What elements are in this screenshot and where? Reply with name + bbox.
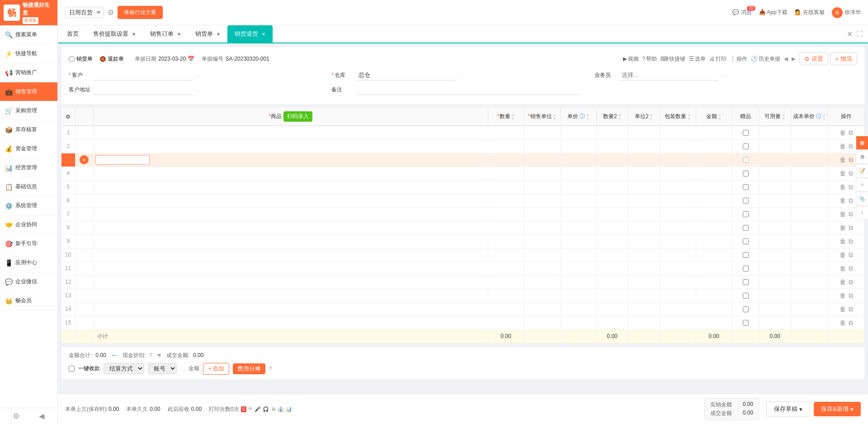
- delete-icon[interactable]: 🗑: [840, 238, 846, 245]
- row-product-cell[interactable]: [93, 167, 488, 180]
- print-action[interactable]: 🖨 打印: [709, 55, 726, 63]
- row-available-cell[interactable]: [759, 275, 791, 289]
- row-product-cell[interactable]: [93, 234, 488, 248]
- row-unit-price-cell[interactable]: [560, 180, 596, 194]
- operations-action[interactable]: ⋮ 操作: [730, 55, 747, 63]
- feiyong-btn[interactable]: 费用分摊: [233, 363, 265, 374]
- chevron-down-icon[interactable]: ▾: [799, 406, 802, 413]
- row-qty2-cell[interactable]: [596, 289, 628, 302]
- row-qty2-cell[interactable]: [596, 248, 628, 262]
- feiyong-help-icon[interactable]: ?: [269, 366, 272, 372]
- sidebar-item-marketing[interactable]: 📢 营销推广: [0, 63, 57, 82]
- row-quantity-cell[interactable]: [488, 221, 524, 234]
- sidebar-item-wechat[interactable]: 💬 企业微信: [0, 272, 57, 291]
- row-package-qty-cell[interactable]: [660, 262, 696, 275]
- discount-help-icon[interactable]: ?: [149, 352, 152, 358]
- radio-sales-return[interactable]: 退款单: [100, 55, 124, 63]
- row-cost-cell[interactable]: [791, 167, 828, 180]
- row-qty2-cell[interactable]: [596, 180, 628, 194]
- gift-checkbox[interactable]: [743, 184, 749, 190]
- row-cost-cell[interactable]: [791, 275, 828, 289]
- row-unit2-cell[interactable]: [628, 262, 660, 275]
- tab-sales-order-close[interactable]: ✕: [177, 32, 181, 37]
- row-cost-cell[interactable]: [791, 262, 828, 275]
- nav-category-select[interactable]: 日用百货: [65, 7, 104, 18]
- row-unit-price-cell[interactable]: [560, 234, 596, 248]
- row-sales-unit-cell[interactable]: [524, 126, 560, 139]
- row-amount-cell[interactable]: [696, 289, 732, 302]
- address-dots[interactable]: ...: [195, 86, 200, 93]
- tab-price-setting-close[interactable]: ✕: [132, 32, 136, 37]
- row-unit-price-cell[interactable]: [560, 167, 596, 180]
- row-amount-cell[interactable]: [696, 316, 732, 329]
- row-quantity-cell[interactable]: [488, 167, 524, 180]
- sidebar-item-quick-nav[interactable]: ⚡ 快捷导航: [0, 44, 57, 63]
- unit-price-info-icon[interactable]: ⓘ: [580, 113, 585, 119]
- row-unit2-cell[interactable]: [628, 167, 660, 180]
- row-package-qty-cell[interactable]: [660, 194, 696, 207]
- message-btn[interactable]: 💬 消息 70: [732, 9, 751, 16]
- shortcuts-action[interactable]: ⌨ 快捷键: [660, 55, 685, 63]
- delete-icon[interactable]: 🗑: [840, 156, 846, 163]
- row-unit2-cell[interactable]: [628, 248, 660, 262]
- row-amount-cell[interactable]: [696, 153, 732, 167]
- row-unit-price-cell[interactable]: [560, 221, 596, 234]
- row-cost-cell[interactable]: [791, 126, 828, 139]
- row-unit2-cell[interactable]: [628, 316, 660, 329]
- gift-checkbox[interactable]: [743, 143, 749, 149]
- row-quantity-cell[interactable]: [488, 180, 524, 194]
- row-gift-cell[interactable]: [732, 248, 759, 262]
- sidebar-item-enterprise[interactable]: 🤝 企业协同: [0, 215, 57, 234]
- copy-icon[interactable]: ⧉: [849, 170, 853, 177]
- row-product-cell[interactable]: [93, 302, 488, 316]
- add-payment-btn[interactable]: + 添加: [203, 363, 229, 375]
- row-unit-price-cell[interactable]: [560, 248, 596, 262]
- row-cost-cell[interactable]: [791, 316, 828, 329]
- copy-icon[interactable]: ⧉: [849, 305, 853, 313]
- calendar-icon[interactable]: 📅: [188, 56, 194, 62]
- row-cost-cell[interactable]: [791, 234, 828, 248]
- row-unit-price-cell[interactable]: [560, 139, 596, 153]
- row-cost-cell[interactable]: [791, 248, 828, 262]
- row-sales-unit-cell[interactable]: [524, 180, 560, 194]
- gift-checkbox[interactable]: [743, 293, 749, 299]
- row-available-cell[interactable]: [759, 302, 791, 316]
- row-quantity-cell[interactable]: [488, 289, 524, 302]
- sidebar-item-member[interactable]: 👑 畅会员: [0, 291, 57, 310]
- row-unit2-cell[interactable]: [628, 207, 660, 221]
- row-cost-cell[interactable]: [791, 302, 828, 316]
- row-available-cell[interactable]: [759, 289, 791, 302]
- row-package-qty-cell[interactable]: [660, 167, 696, 180]
- row-amount-cell[interactable]: [696, 207, 732, 221]
- row-product-cell[interactable]: [93, 126, 488, 139]
- row-product-cell[interactable]: [93, 194, 488, 207]
- tab-sales-delivery[interactable]: 销货单 ✕: [188, 25, 227, 43]
- copy-icon[interactable]: ⧉: [849, 251, 853, 259]
- sidebar-item-sales[interactable]: 💼 销售管理: [0, 82, 57, 101]
- row-unit2-cell[interactable]: [628, 126, 660, 139]
- tab-sales-order[interactable]: 销售订单 ✕: [143, 25, 188, 43]
- row-unit-price-cell[interactable]: [560, 316, 596, 329]
- row-unit-price-cell[interactable]: [560, 289, 596, 302]
- row-package-qty-cell[interactable]: [660, 207, 696, 221]
- delete-icon[interactable]: 🗑: [840, 278, 846, 286]
- customer-address-input[interactable]: [93, 84, 193, 95]
- row-package-qty-cell[interactable]: [660, 275, 696, 289]
- delete-icon[interactable]: 🗑: [840, 292, 846, 299]
- row-available-cell[interactable]: [759, 234, 791, 248]
- row-gift-cell[interactable]: [732, 153, 759, 167]
- delete-icon[interactable]: 🗑: [840, 251, 846, 258]
- tab-home[interactable]: 首页: [60, 25, 86, 43]
- logistics-btn[interactable]: + 物流: [830, 52, 857, 65]
- salesperson-input[interactable]: [619, 70, 718, 81]
- row-unit-price-cell[interactable]: [560, 302, 596, 316]
- row-available-cell[interactable]: [759, 194, 791, 207]
- copy-icon[interactable]: ⧉: [849, 183, 853, 191]
- sidebar-collapse-icon[interactable]: ◀: [39, 412, 44, 420]
- delete-icon[interactable]: 🗑: [840, 305, 846, 313]
- row-sales-unit-cell[interactable]: [524, 167, 560, 180]
- row-sales-unit-cell[interactable]: [524, 207, 560, 221]
- row-package-qty-cell[interactable]: [660, 126, 696, 139]
- row-available-cell[interactable]: [759, 262, 791, 275]
- select-action[interactable]: ☰ 选单: [689, 55, 706, 63]
